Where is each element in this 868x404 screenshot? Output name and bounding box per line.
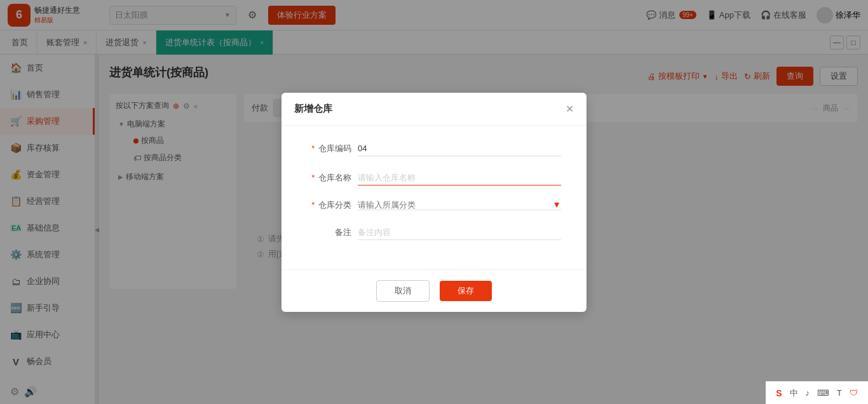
modal-body: * 仓库编码 * 仓库名称 * 仓库分类 [281,126,587,269]
new-warehouse-modal: 新增仓库 ✕ * 仓库编码 * 仓库名称 [281,93,587,312]
bottom-chinese[interactable]: 中 [790,387,798,399]
category-dropdown-icon: ▼ [552,199,561,210]
remark-input[interactable] [358,225,561,240]
save-button[interactable]: 保存 [440,281,492,301]
required-star-name: * [311,173,315,182]
modal-title: 新增仓库 [294,103,332,115]
bottom-text-icon[interactable]: T [837,388,842,398]
required-star-code: * [311,144,315,153]
form-row-name: * 仓库名称 [307,170,561,185]
category-label: * 仓库分类 [307,199,358,211]
bottom-shield-icon[interactable]: 🛡 [850,388,858,398]
bottom-keyboard-icon[interactable]: ⌨ [817,388,829,398]
bottom-bar: S 中 ♪ ⌨ T 🛡 [766,381,868,404]
form-row-remark: 备注 [307,225,561,240]
warehouse-code-input[interactable] [358,141,561,156]
code-label: * 仓库编码 [307,143,358,154]
category-select-wrap[interactable]: ▼ [358,199,561,210]
cancel-button[interactable]: 取消 [376,280,430,302]
warehouse-name-input[interactable] [358,170,561,185]
category-input[interactable] [358,200,552,210]
form-row-category: * 仓库分类 ▼ [307,199,561,211]
remark-label: 备注 [307,227,358,238]
name-label: * 仓库名称 [307,172,358,184]
modal-overlay: 新增仓库 ✕ * 仓库编码 * 仓库名称 [0,0,868,404]
modal-close-btn[interactable]: ✕ [566,103,574,115]
form-row-code: * 仓库编码 [307,141,561,156]
modal-header: 新增仓库 ✕ [281,93,587,126]
bottom-logo: S [776,388,782,398]
modal-footer: 取消 保存 [281,269,587,312]
required-star-category: * [311,200,315,210]
bottom-music-icon[interactable]: ♪ [806,388,810,398]
